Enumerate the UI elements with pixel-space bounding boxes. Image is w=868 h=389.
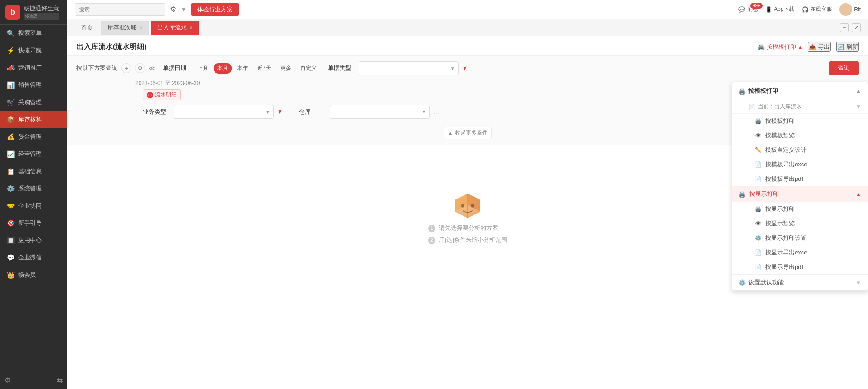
collapse-label: 收起更多条件 <box>455 129 488 137</box>
sidebar-item-finance[interactable]: 💰 资金管理 <box>0 128 67 145</box>
sidebar-item-sales[interactable]: 📊 销售管理 <box>0 76 67 94</box>
tab-inventory-batch-close[interactable]: × <box>140 25 143 31</box>
dropdown-item-template-preview[interactable]: 👁️ 按模板预览 <box>732 128 868 143</box>
sidebar-item-marketing[interactable]: 📣 营销推广 <box>0 59 67 76</box>
date-tab-last-month[interactable]: 上月 <box>194 63 212 74</box>
sidebar-item-app-center[interactable]: 🔲 应用中心 <box>0 232 67 249</box>
tab-inventory-batch[interactable]: 库存批次账 × <box>101 21 149 35</box>
app-title: 畅捷通好生意 <box>24 5 59 13</box>
dropdown-item-template-design[interactable]: ✏️ 模板自定义设计 <box>732 143 868 157</box>
tab-stock-flow-close[interactable]: × <box>190 25 193 31</box>
dropdown-footer: ⚙️ 设置默认功能 ▼ <box>732 274 868 290</box>
display-excel-label: 按显示导出excel <box>765 249 808 257</box>
topbar-search-input[interactable] <box>75 3 165 16</box>
settings-icon[interactable]: ⚙ <box>5 376 11 384</box>
chevron-down-icon: ▼ <box>856 104 861 110</box>
user-avatar-button[interactable]: Rit <box>839 3 861 16</box>
date-tab-more[interactable]: 更多 <box>277 63 295 74</box>
biz-type-select[interactable] <box>174 105 274 119</box>
sidebar-item-system[interactable]: ⚙️ 系统管理 <box>0 180 67 197</box>
date-tab-7days[interactable]: 近7天 <box>254 63 275 74</box>
topbar-gear-icon[interactable]: ⚙ <box>170 5 176 14</box>
content-area: 出入库流水(流水明细) 🖨️ 按模板打印 ▲ 📤 导出 🔄 刷新 <box>67 36 868 389</box>
biz-type-expand-icon[interactable]: ▼ <box>277 109 283 115</box>
dropdown-item-display-excel[interactable]: 📄 按显示导出excel <box>732 245 868 260</box>
service-icon: 🎧 <box>802 6 808 13</box>
filter-add-button[interactable]: + <box>121 63 131 73</box>
warehouse-select[interactable] <box>330 105 430 119</box>
sidebar-item-collab[interactable]: 🤝 企业协同 <box>0 197 67 214</box>
messages-button[interactable]: 💬 消息 99+ <box>738 5 758 13</box>
doc-type-label: 单据类型 <box>328 64 355 72</box>
tab-home[interactable]: 首页 <box>75 21 99 35</box>
main-area: ⚙ ▼ 体验行业方案 💬 消息 99+ 📱 App下载 🎧 在线客服 Rit <box>67 0 868 389</box>
date-tab-custom[interactable]: 自定义 <box>297 63 320 74</box>
app-download-button[interactable]: 📱 App下载 <box>765 5 794 13</box>
date-tab-this-year[interactable]: 本年 <box>234 63 252 74</box>
online-service-button[interactable]: 🎧 在线客服 <box>802 5 832 13</box>
filter-settings-button[interactable]: ⚙ <box>135 63 145 73</box>
display-print-icon: 🖨️ <box>738 191 746 198</box>
hint-number-2: 2 <box>428 237 435 244</box>
warehouse-filter-section: 仓库 ... <box>299 105 439 119</box>
inventory-icon: 📦 <box>6 116 15 123</box>
export-icon: 📤 <box>809 44 816 50</box>
dropdown-item-template-print[interactable]: 🖨️ 按模板打印 <box>732 114 868 128</box>
collapse-sidebar-icon[interactable]: ⇆ <box>57 376 63 384</box>
query-button[interactable]: 查询 <box>829 61 859 75</box>
sidebar-item-wechat[interactable]: 💬 企业微信 <box>0 249 67 266</box>
sidebar-item-label: 搜索菜单 <box>18 29 42 37</box>
doc-type-select[interactable] <box>359 61 459 75</box>
doc-type-expand-icon[interactable]: ▼ <box>462 65 468 71</box>
filter-collapse-icon[interactable]: ≪ <box>149 65 155 72</box>
sidebar-item-inventory[interactable]: 📦 库存核算 <box>0 111 67 128</box>
chevron-up-icon: ▲ <box>448 130 453 136</box>
filter-label-section: 按以下方案查询 + ⚙ ≪ <box>76 63 155 73</box>
biz-type-select-wrapper <box>174 105 274 119</box>
template-print-label: 按模板打印 <box>765 117 795 125</box>
print-template-button[interactable]: 🖨️ 按模板打印 ▲ <box>758 43 803 51</box>
tab-stock-flow[interactable]: 出入库流水 × <box>151 21 199 35</box>
dropdown-item-display-settings[interactable]: ⚙️ 按显示打印设置 <box>732 231 868 245</box>
collapse-more-button[interactable]: ▲ 收起更多条件 <box>444 127 492 139</box>
quick-nav-icon: ⚡ <box>6 47 15 54</box>
biz-type-filter-section: 业务类型 ▼ <box>143 105 283 119</box>
display-pdf-label: 按显示导出pdf <box>765 263 803 271</box>
trial-button[interactable]: 体验行业方案 <box>191 3 239 16</box>
app-name: 畅捷通好生意 标准版 <box>24 5 59 20</box>
basic-icon: 📋 <box>6 168 15 175</box>
chevron-up-icon: ▲ <box>798 45 803 50</box>
sidebar-item-member[interactable]: 👑 畅会员 <box>0 266 67 284</box>
display-section-title: 🖨️ 按显示打印 <box>738 190 779 198</box>
display-preview-sub-icon: 👁️ <box>755 220 762 227</box>
sidebar-item-quick-nav[interactable]: ⚡ 快捷导航 <box>0 42 67 59</box>
display-collapse-icon: ▲ <box>855 191 861 198</box>
sidebar-item-label: 资金管理 <box>18 133 42 141</box>
empty-hint-2: 2 用[选]条件来缩小分析范围 <box>428 234 507 246</box>
export-label: 导出 <box>818 43 830 51</box>
dropdown-item-display-pdf[interactable]: 📄 按显示导出pdf <box>732 260 868 274</box>
tab-minimize-button[interactable]: ─ <box>840 23 849 32</box>
download-icon: 📱 <box>765 6 772 13</box>
dropdown-item-display-print[interactable]: 🖨️ 按显示打印 <box>732 202 868 216</box>
export-button[interactable]: 📤 导出 <box>808 42 831 52</box>
sidebar-item-search[interactable]: 🔍 搜索菜单 <box>0 25 67 42</box>
dropdown-display-section-header[interactable]: 🖨️ 按显示打印 ▲ <box>732 186 868 202</box>
dropdown-item-display-preview[interactable]: 👁️ 按显示预览 <box>732 216 868 231</box>
sidebar-nav: 🔍 搜索菜单 ⚡ 快捷导航 📣 营销推广 📊 销售管理 🛒 采购管理 📦 库存核… <box>0 25 67 371</box>
sidebar-item-basic[interactable]: 📋 基础信息 <box>0 163 67 180</box>
member-icon: 👑 <box>6 271 15 279</box>
tab-maximize-button[interactable]: ⤢ <box>852 23 861 32</box>
sidebar-item-purchase[interactable]: 🛒 采购管理 <box>0 94 67 111</box>
online-service-label: 在线客服 <box>810 5 832 13</box>
svg-point-4 <box>461 204 464 207</box>
sidebar-item-operations[interactable]: 📈 经营管理 <box>0 145 67 163</box>
warehouse-dots[interactable]: ... <box>434 108 439 115</box>
dropdown-collapse-icon[interactable]: ▲ <box>856 88 861 94</box>
dropdown-item-template-pdf[interactable]: 📄 按模板导出pdf <box>732 172 868 186</box>
dropdown-item-template-excel[interactable]: 📄 按模板导出excel <box>732 157 868 172</box>
set-default-button[interactable]: ⚙️ 设置默认功能 <box>738 279 784 287</box>
sidebar-item-guide[interactable]: 🎯 新手引导 <box>0 214 67 232</box>
date-tab-this-month[interactable]: 本月 <box>214 63 232 74</box>
refresh-button[interactable]: 🔄 刷新 <box>836 42 859 52</box>
